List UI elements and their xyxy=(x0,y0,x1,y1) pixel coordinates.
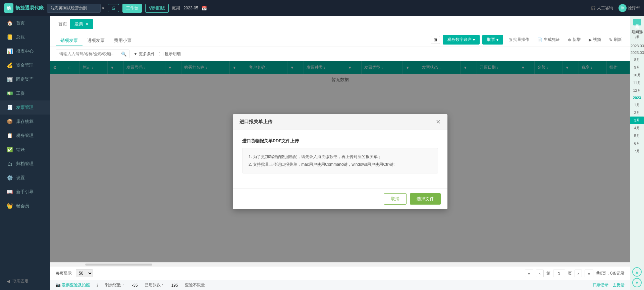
horizontal-scrollbar[interactable] xyxy=(50,262,630,266)
app-logo: 畅 畅捷通易代账 xyxy=(4,3,44,13)
page-info: « ‹ 第 页 › » 共0页，0条记录 xyxy=(525,270,625,277)
video-icon: ▶ xyxy=(589,38,592,42)
period-item-8[interactable]: 1月 xyxy=(630,101,644,109)
chevron-down-icon: ▾ xyxy=(102,6,104,11)
tab-expense[interactable]: 费用小票 xyxy=(109,35,136,46)
modal-section-title: 进口货物报关单PDF文件上传 xyxy=(242,138,438,144)
video-btn[interactable]: ▶ 视频 xyxy=(586,35,604,44)
period-select-header: 期间选择 xyxy=(630,28,644,41)
sidebar-item-ledger[interactable]: 📒 总账 xyxy=(0,30,50,44)
last-page-btn[interactable]: » xyxy=(585,270,593,277)
used-label: 已用张数： xyxy=(145,282,165,288)
select-file-btn[interactable]: 选择文件 xyxy=(410,193,441,205)
refresh-btn[interactable]: ↻ 刷新 xyxy=(606,35,625,44)
cancel-ticket-btn[interactable]: 取票 ▾ xyxy=(482,35,503,45)
next-page-btn[interactable]: › xyxy=(575,270,582,277)
invoices-icon: 🧾 xyxy=(7,104,13,111)
sidebar-item-inventory[interactable]: 📦 库存核算 xyxy=(0,115,50,129)
tab-purchase-invoice[interactable]: 进项发票 xyxy=(83,35,109,46)
grid-view-btn[interactable]: ⊞ xyxy=(431,36,440,44)
modal-title: 进口报关单上传 xyxy=(239,119,272,125)
period-item-4[interactable]: 10月 xyxy=(630,71,644,79)
sidebar-item-funds[interactable]: 💰 资金管理 xyxy=(0,58,50,72)
sidebar-item-settings[interactable]: ⚙️ 设置 xyxy=(0,171,50,185)
scroll-down-btn[interactable]: ▼ xyxy=(632,278,642,287)
sidebar-item-payroll[interactable]: 💵 工资 xyxy=(0,86,50,100)
switch-version-btn[interactable]: 切到旧版 xyxy=(145,4,169,13)
period-item-2[interactable]: 8月 xyxy=(630,56,644,64)
show-details-text: 显示明细 xyxy=(165,51,181,57)
tab-close-icon[interactable]: ✕ xyxy=(85,22,89,26)
app-logo-icon: 畅 xyxy=(4,3,13,13)
sidebar-item-guide[interactable]: 📖 新手引导 xyxy=(0,185,50,199)
sidebar-item-tax[interactable]: 📋 税务管理 xyxy=(0,129,50,143)
generate-voucher-btn[interactable]: 📄 生成凭证 xyxy=(535,35,562,44)
calendar-icon[interactable]: 📅 xyxy=(202,6,207,11)
more-filters-btn[interactable]: ▼ 更多条件 xyxy=(133,51,155,57)
tab-sales-invoice[interactable]: 销项发票 xyxy=(56,35,83,46)
sidebar-item-home[interactable]: 🏠 首页 xyxy=(0,16,50,30)
record-link[interactable]: 扫票记录 xyxy=(592,282,608,288)
period-item-7[interactable]: 2023 xyxy=(630,94,644,101)
period-item-1[interactable]: 2023.03 xyxy=(630,49,644,56)
feedback-link[interactable]: 去反馈 xyxy=(612,282,625,288)
cancel-btn[interactable]: 取消 xyxy=(384,193,407,205)
page-label: 第 xyxy=(546,271,550,276)
add-btn[interactable]: ⊕ 新增 xyxy=(565,35,583,44)
scroll-thumb[interactable] xyxy=(85,264,152,266)
period-item-13[interactable]: 6月 xyxy=(630,140,644,147)
batch-icon: ⊞ xyxy=(508,38,512,42)
print-icon-btn[interactable]: 🖨 xyxy=(108,4,119,12)
workspace-btn[interactable]: 工作台 xyxy=(122,4,142,13)
sidebar-item-settlement[interactable]: ✅ 结账 xyxy=(0,143,50,157)
period-item-5[interactable]: 11月 xyxy=(630,79,644,87)
modal-close-btn[interactable]: ✕ xyxy=(436,119,441,125)
period-item-3[interactable]: 9月 xyxy=(630,64,644,71)
per-page-select[interactable]: 50 100 xyxy=(76,269,93,277)
modal-header: 进口报关单上传 ✕ xyxy=(233,114,447,130)
search-icon-btn[interactable]: 🔍 xyxy=(121,52,127,57)
voucher-icon: 📄 xyxy=(537,38,542,42)
period-item-6[interactable]: 12月 xyxy=(630,87,644,94)
more-filters-label: 更多条件 xyxy=(139,51,155,57)
sidebar-item-reports[interactable]: 📊 报表中心 xyxy=(0,44,50,58)
page-suffix: 页 xyxy=(568,271,572,276)
search-input[interactable] xyxy=(56,50,129,58)
sidebar-item-invoices[interactable]: 🧾 发票管理 xyxy=(0,100,50,115)
sidebar-label-invoices: 发票管理 xyxy=(16,104,34,111)
first-page-btn[interactable]: « xyxy=(525,270,533,277)
modal-footer: 取消 选择文件 xyxy=(233,188,447,209)
status-bar: 📷 发票查验及拍照 ℹ 剩余张数： -35 已用张数： 195 查验不限量 扫票… xyxy=(50,280,630,290)
sidebar-item-archive[interactable]: 🗂 归档管理 xyxy=(0,157,50,171)
scroll-up-btn[interactable]: ▲ xyxy=(632,267,642,277)
page-number-input[interactable] xyxy=(553,270,565,277)
invoice-check-link[interactable]: 📷 发票查验及拍照 xyxy=(56,282,90,288)
tab-invoices[interactable]: 发票 ✕ xyxy=(70,19,93,29)
app-logo-text: 畅捷通易代账 xyxy=(15,5,44,11)
open-ticket-date-btn[interactable]: 开票日期 xyxy=(633,19,641,25)
period-item-0[interactable]: 2023.03 xyxy=(630,43,644,49)
breadcrumb-home[interactable]: 首页 xyxy=(56,21,70,27)
period-item-9[interactable]: 2月 xyxy=(630,109,644,117)
sidebar-label-payroll: 工资 xyxy=(16,90,25,96)
period-item-14[interactable]: 7月 xyxy=(630,147,644,155)
batch-ops-btn[interactable]: ⊞ 批量操作 xyxy=(506,35,532,44)
avatar: 徐 xyxy=(619,4,627,12)
unpin-btn[interactable]: ◀ 取消固定 xyxy=(0,276,50,287)
period-item-11[interactable]: 4月 xyxy=(630,124,644,132)
prev-page-btn[interactable]: ‹ xyxy=(536,270,543,277)
show-details-checkbox[interactable] xyxy=(159,52,163,56)
company-selector-wrap[interactable]: 沈海英测试经营勿删 ▾ xyxy=(47,4,104,13)
period-item-10[interactable]: 3月 xyxy=(630,117,644,124)
home-icon: 🏠 xyxy=(7,20,13,26)
table-area: ⚙ □ 凭证 ↕ ▼ 发票号码 ↕ ▼ 购买方名称 ↕ ▼ 客户名称 ↕ ▼ 发… xyxy=(50,61,630,262)
tax-account-btn[interactable]: 税务数字账户 ▾ xyxy=(443,35,480,45)
company-selector[interactable]: 沈海英测试经营勿删 xyxy=(47,4,101,13)
period-item-12[interactable]: 5月 xyxy=(630,132,644,140)
sidebar-item-member[interactable]: 👑 畅会员 xyxy=(0,199,50,213)
sidebar-label-ledger: 总账 xyxy=(16,34,25,40)
sidebar-item-assets[interactable]: 🏢 固定资产 xyxy=(0,72,50,86)
support-btn[interactable]: 🎧 人工咨询 xyxy=(591,5,613,11)
user-menu[interactable]: 徐 徐泽华 xyxy=(619,4,640,12)
show-details-label[interactable]: 显示明细 xyxy=(159,51,181,57)
